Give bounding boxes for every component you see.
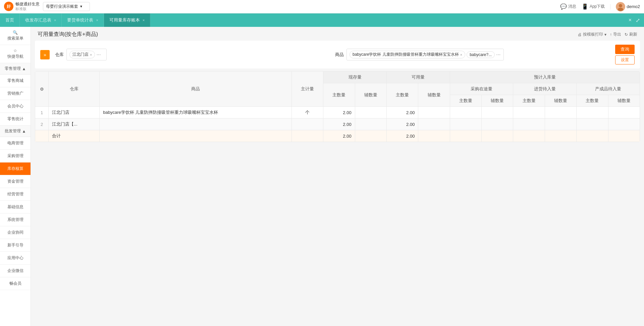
sidebar-quick-nav-label: 快捷导航	[7, 54, 23, 59]
content-area: 可用量查询(按仓库+商品) 🖨 按模板打印 ▾ ↑ 导出 ↻ 刷新	[31, 27, 644, 326]
tab-inventory-close[interactable]: ×	[143, 18, 145, 22]
tab-inventory-label: 可用量库存账本	[109, 17, 140, 23]
sidebar-app-center-label: 应用中心	[7, 255, 23, 261]
inventory-table: ⚙ 仓库 商品 主计量 现存量 可用量 预计入库量 主数量 辅数量 主数量 辅数…	[35, 71, 640, 142]
tab-inventory-book[interactable]: 可用量库存账本 ×	[104, 13, 150, 27]
sidebar-item-member[interactable]: 会员中心	[0, 100, 31, 113]
download-label: App下载	[590, 4, 605, 9]
product-more-icon[interactable]: ···	[496, 52, 500, 58]
export-btn[interactable]: ↑ 导出	[610, 32, 621, 37]
sidebar-retail-shop-label: 零售商城	[7, 78, 23, 84]
sidebar-item-enterprise[interactable]: 企业协同	[0, 226, 31, 239]
tab-home-label: 首页	[5, 17, 14, 23]
sidebar-operations-label: 经营管理	[7, 191, 23, 197]
tab-close-all-btn[interactable]: ×	[627, 16, 633, 25]
sidebar-ecommerce-label: 电商管理	[7, 140, 23, 146]
page-actions: 🖨 按模板打印 ▾ ↑ 导出 ↻ 刷新	[578, 32, 637, 37]
product-tag-2-value: babycare?...	[470, 52, 492, 57]
nav-icon: ☆	[13, 48, 17, 53]
sidebar-member-label: 会员中心	[7, 103, 23, 109]
sidebar-purchase-label: 采购管理	[7, 153, 23, 159]
message-btn[interactable]: 💬 消息	[560, 3, 576, 10]
sidebar-item-retail-shop[interactable]: 零售商城	[0, 75, 31, 87]
download-btn[interactable]: 📱 App下载	[582, 3, 605, 10]
sidebar-item-basic[interactable]: 基础信息	[0, 201, 31, 214]
product-tag-1: babycare学饮杯 儿童防摔防撞吸管杯重力球吸嘴杯宝宝水杯 ×	[350, 51, 465, 58]
print-expand-icon: ▾	[604, 32, 606, 37]
sidebar-item-inventory[interactable]: 库存核算	[0, 162, 31, 175]
sidebar: 🔍 搜索菜单 ☆ 快捷导航 零售管理 ▲ 零售商城 营销推广 会员中心 零售统计…	[0, 27, 31, 326]
sidebar-inventory-label: 库存核算	[7, 166, 23, 172]
tab-maximize-btn[interactable]: ⤢	[634, 16, 641, 25]
warehouse-tag: 江北门店 ×	[69, 51, 95, 58]
product-tag-2: babycare?...	[467, 51, 495, 58]
print-template-btn[interactable]: 🖨 按模板打印 ▾	[578, 32, 606, 37]
tab-bar-actions: × ⤢	[627, 13, 644, 27]
sidebar-retail-stats-label: 零售统计	[7, 116, 23, 122]
sidebar-member2-label: 畅会员	[9, 281, 21, 286]
sidebar-item-system[interactable]: 系统管理	[0, 214, 31, 226]
sidebar-item-wholesale[interactable]: 批发管理 ▲	[0, 126, 31, 137]
divider	[610, 4, 610, 9]
product-filter-group: 商品 babycare学饮杯 儿童防摔防撞吸管杯重力球吸嘴杯宝宝水杯 × bab…	[335, 49, 610, 60]
tab-receipt-summary[interactable]: 收发存汇总表 ×	[20, 13, 62, 27]
logo-text-area: 畅捷通好生意 标准版	[15, 2, 40, 11]
sidebar-retail-label: 零售管理	[5, 66, 21, 72]
template-selector[interactable]: 母婴行业演示账套 ▾	[43, 2, 90, 11]
sidebar-finance-label: 资金管理	[7, 179, 23, 184]
sidebar-basic-label: 基础信息	[7, 204, 23, 210]
tab-order-close[interactable]: ×	[96, 18, 98, 22]
sidebar-wholesale-label: 批发管理	[5, 128, 21, 134]
page-header: 可用量查询(按仓库+商品) 🖨 按模板打印 ▾ ↑ 导出 ↻ 刷新	[31, 27, 644, 41]
tab-order-stats[interactable]: 要货单统计表 ×	[62, 13, 104, 27]
sidebar-item-retail-stats[interactable]: 零售统计	[0, 113, 31, 126]
sidebar-newbie-label: 新手引导	[7, 242, 23, 248]
user-area[interactable]: demo2	[616, 2, 640, 11]
top-bar-left: 好 畅捷通好生意 标准版 母婴行业演示账套 ▾	[4, 2, 90, 11]
logo-sub: 标准版	[15, 6, 40, 11]
tab-bar: 首页 收发存汇总表 × 要货单统计表 × 可用量库存账本 × × ⤢	[0, 13, 644, 27]
expand-icon-2: ▲	[22, 129, 26, 134]
svg-point-2	[618, 8, 623, 11]
settings-button[interactable]: 设置	[615, 55, 635, 64]
expand-icon: ▲	[22, 66, 26, 71]
warehouse-tag-close[interactable]: ×	[90, 53, 92, 57]
sidebar-item-finance[interactable]: 资金管理	[0, 175, 31, 188]
sidebar-item-member2[interactable]: 畅会员	[0, 277, 31, 290]
product-tag-1-close[interactable]: ×	[460, 53, 462, 57]
logo-area: 好 畅捷通好生意 标准版	[4, 2, 40, 11]
sidebar-item-newbie[interactable]: 新手引导	[0, 239, 31, 252]
product-input[interactable]: babycare学饮杯 儿童防摔防撞吸管杯重力球吸嘴杯宝宝水杯 × babyca…	[346, 49, 504, 60]
page-title: 可用量查询(按仓库+商品)	[38, 31, 98, 38]
print-icon: 🖨	[578, 32, 582, 37]
tab-receipt-close[interactable]: ×	[54, 18, 56, 22]
refresh-btn[interactable]: ↻ 刷新	[625, 32, 637, 37]
sidebar-item-operations[interactable]: 经营管理	[0, 188, 31, 201]
warehouse-input[interactable]: 江北门店 × ···	[66, 49, 107, 60]
sidebar-quick-nav[interactable]: ☆ 快捷导航	[0, 45, 31, 63]
chat-icon: 💬	[560, 3, 567, 10]
sidebar-item-marketing[interactable]: 营销推广	[0, 87, 31, 100]
sidebar-item-purchase[interactable]: 采购管理	[0, 150, 31, 162]
warehouse-tag-value: 江北门店	[72, 52, 89, 57]
sidebar-search[interactable]: 🔍 搜索菜单	[0, 27, 31, 45]
message-label: 消息	[568, 4, 576, 9]
tab-home[interactable]: 首页	[0, 13, 20, 27]
refresh-icon: ↻	[625, 32, 628, 37]
filter-area: » 仓库 江北门店 × ··· 商品 babycare学饮杯 儿童防摔防撞吸管杯…	[35, 41, 640, 68]
sidebar-item-wechat[interactable]: 企业微信	[0, 265, 31, 277]
query-button[interactable]: 查询	[615, 45, 635, 54]
print-label: 按模板打印	[583, 32, 603, 37]
svg-point-1	[619, 4, 622, 7]
download-icon: 📱	[582, 3, 588, 10]
main-layout: 🔍 搜索菜单 ☆ 快捷导航 零售管理 ▲ 零售商城 营销推广 会员中心 零售统计…	[0, 27, 644, 326]
expand-arrows-icon: »	[44, 52, 46, 57]
warehouse-more-icon[interactable]: ···	[96, 52, 101, 58]
warehouse-label: 仓库	[55, 52, 64, 58]
sidebar-item-app-center[interactable]: 应用中心	[0, 252, 31, 265]
table-wrap: ⚙ 仓库 商品 主计量 现存量 可用量 预计入库量 主数量 辅数量 主数量 辅数…	[35, 71, 640, 142]
filter-expand-btn[interactable]: »	[40, 50, 50, 59]
sidebar-wechat-label: 企业微信	[7, 268, 23, 274]
sidebar-item-ecommerce[interactable]: 电商管理	[0, 137, 31, 150]
sidebar-item-retail[interactable]: 零售管理 ▲	[0, 63, 31, 75]
